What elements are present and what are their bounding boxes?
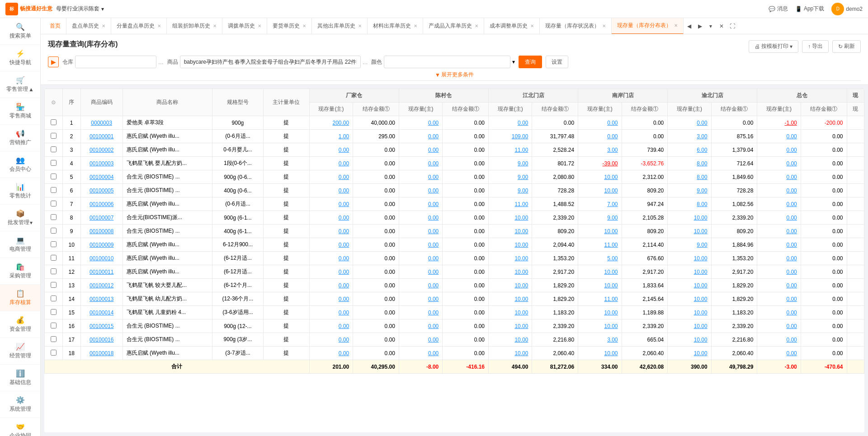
row-checkbox[interactable] (45, 333, 63, 347)
settings-btn[interactable]: 设置 (546, 56, 568, 68)
row-unit: 提 (264, 333, 310, 347)
page-header-row: 现存量查询(库存分布) 🖨 按模板打印 ▾ ↑ 导出 ↻ (48, 40, 861, 53)
expand-conditions-btn[interactable]: ▼ 展开更多条件 (435, 71, 474, 79)
row-name: 合生元 (BIOSTIME) ... (123, 333, 212, 347)
row-c5-qty: 10.00 (668, 225, 711, 238)
export-btn[interactable]: ↑ 导出 (802, 40, 829, 53)
row-c2-amt: 0.00 (443, 347, 489, 360)
tab-t5-close[interactable]: ✕ (302, 23, 306, 28)
row-checkbox[interactable] (45, 157, 63, 170)
tab-t3-close[interactable]: ✕ (213, 23, 217, 28)
c3-qty-header: 现存量(主) (489, 103, 532, 116)
sidebar-item-retail-mgmt[interactable]: 🛒 零售管理 ▲ (0, 71, 40, 98)
tab-t8-close[interactable]: ✕ (475, 23, 478, 28)
goods-input[interactable] (180, 56, 361, 68)
row-checkbox[interactable] (45, 265, 63, 279)
row-unit: 提 (264, 252, 310, 265)
app-download-btn[interactable]: 📱 App下载 (795, 5, 824, 13)
row-checkbox[interactable] (45, 225, 63, 238)
warehouse-ellipsis-btn[interactable]: ... (158, 58, 164, 66)
tab-next-btn[interactable]: ▶ (694, 18, 705, 34)
sidebar-item-ecom[interactable]: 💻 电商管理 (0, 231, 40, 258)
sidebar-item-search[interactable]: 🔍 搜索英单 (0, 18, 40, 45)
sidebar-item-purchase[interactable]: 🛍️ 采购管理 (0, 258, 40, 285)
tab-t11-close[interactable]: ✕ (674, 23, 678, 28)
tab-t1-close[interactable]: ✕ (102, 23, 105, 28)
tab-t11[interactable]: 现存量（库存分布表） ✕ (612, 18, 684, 34)
tab-t6-close[interactable]: ✕ (358, 23, 362, 28)
tab-expand-btn[interactable]: ⛶ (727, 18, 738, 34)
row-checkbox[interactable] (45, 279, 63, 292)
sidebar-item-wholesale[interactable]: 📦 批发管理 ▾ (0, 205, 40, 231)
row-c5-qty: 10.00 (668, 279, 711, 292)
sidebar-item-inventory[interactable]: 📋 库存核算 (0, 285, 40, 311)
tab-t10-close[interactable]: ✕ (602, 23, 606, 28)
sidebar-item-info[interactable]: ℹ️ 基础信息 (0, 365, 40, 391)
row-checkbox[interactable] (45, 184, 63, 197)
goods-ellipsis-btn[interactable]: ... (363, 58, 368, 66)
table-row: 12 00100011 惠氏启赋 (Wyeth illu... (6-12月适.… (45, 265, 864, 279)
company-selector[interactable]: 母婴行业演示陈套 ▾ (56, 5, 104, 13)
sidebar-item-system[interactable]: ⚙️ 系统管理 (0, 391, 40, 418)
sidebar-item-collab[interactable]: 🤝 企业协同 (0, 418, 40, 436)
tab-t7[interactable]: 材料出库单历史 ✕ (368, 18, 423, 34)
sidebar-item-members[interactable]: 👥 会员中心 (0, 151, 40, 178)
sidebar-item-retail-stats[interactable]: 📊 零售统计 (0, 178, 40, 205)
tab-t7-close[interactable]: ✕ (414, 23, 417, 28)
tab-t4-close[interactable]: ✕ (258, 23, 261, 28)
message-btn[interactable]: 💬 消息 (769, 5, 788, 13)
sidebar-item-nav[interactable]: ⚡ 快捷导航 (0, 45, 40, 71)
tab-t1[interactable]: 盘点单历史 ✕ (66, 18, 111, 34)
sidebar-item-marketing[interactable]: 📢 营销推广 (0, 125, 40, 151)
tab-prev-btn[interactable]: ◀ (684, 18, 694, 34)
row-checkbox[interactable] (45, 170, 63, 184)
row-checkbox[interactable] (45, 292, 63, 306)
row-code: 00100008 (80, 225, 123, 238)
table-settings-icon[interactable]: ⚙ (51, 99, 56, 106)
print-btn[interactable]: 🖨 按模板打印 ▾ (749, 40, 798, 53)
row-c5-amt: 1,379.04 (711, 143, 757, 157)
sidebar-item-ops[interactable]: 📈 经营管理 (0, 338, 40, 365)
row-name: 合生元(BIOSTIME)派... (123, 211, 212, 225)
row-curr (847, 238, 864, 252)
sum-c1-qty: 201.00 (309, 360, 353, 374)
row-checkbox[interactable] (45, 197, 63, 211)
row-c3-qty: 9.00 (489, 170, 532, 184)
tab-t10[interactable]: 现存量（库存状况表） ✕ (540, 18, 612, 34)
row-c1-qty: 0.00 (309, 265, 353, 279)
tab-home[interactable]: 首页 (44, 18, 66, 34)
color-input[interactable] (384, 56, 510, 68)
table-scroll[interactable]: ⚙ 序 商品编码 商品名称 规格型号 主计量单位 厂家仓 陈村仓 江北门店 南岸… (44, 89, 864, 432)
row-checkbox[interactable] (45, 116, 63, 130)
row-checkbox[interactable] (45, 238, 63, 252)
row-checkbox[interactable] (45, 319, 63, 333)
row-checkbox[interactable] (45, 211, 63, 225)
tab-t6[interactable]: 其他出库单历史 ✕ (312, 18, 368, 34)
row-checkbox[interactable] (45, 252, 63, 265)
tab-t5[interactable]: 要货单历史 ✕ (267, 18, 312, 34)
row-checkbox[interactable] (45, 143, 63, 157)
tab-more-btn[interactable]: ▾ (705, 18, 716, 34)
row-checkbox[interactable] (45, 130, 63, 143)
row-c5-amt: 728.28 (711, 184, 757, 197)
refresh-btn[interactable]: ↻ 刷新 (832, 40, 861, 53)
tab-t4[interactable]: 调拨单历史 ✕ (222, 18, 267, 34)
row-c1-amt: 0.00 (353, 319, 399, 333)
query-btn[interactable]: 查询 (519, 56, 542, 68)
row-c4-qty: 10.00 (578, 265, 622, 279)
tab-t3[interactable]: 组装折卸单历史 ✕ (167, 18, 222, 34)
warehouse-input[interactable] (75, 56, 156, 68)
tab-t2-close[interactable]: ✕ (157, 23, 161, 28)
tab-close-all-btn[interactable]: ✕ (716, 18, 727, 34)
group-jiangbei: 江北门店 (489, 89, 578, 103)
row-checkbox[interactable] (45, 347, 63, 360)
tab-t8[interactable]: 产成品入库单历史 ✕ (423, 18, 484, 34)
row-checkbox[interactable] (45, 306, 63, 319)
tab-t9-close[interactable]: ✕ (530, 23, 534, 28)
tab-t9[interactable]: 成本调整单历史 ✕ (484, 18, 540, 34)
tab-t2[interactable]: 分量盘点单历史 ✕ (111, 18, 167, 34)
sidebar-item-retail-shop[interactable]: 🏪 零售商城 (0, 98, 40, 125)
sidebar-item-finance[interactable]: 💰 资金管理 (0, 311, 40, 338)
filter-toggle-btn[interactable]: ▶ (48, 56, 59, 67)
user-area[interactable]: D demo2 (831, 3, 863, 15)
